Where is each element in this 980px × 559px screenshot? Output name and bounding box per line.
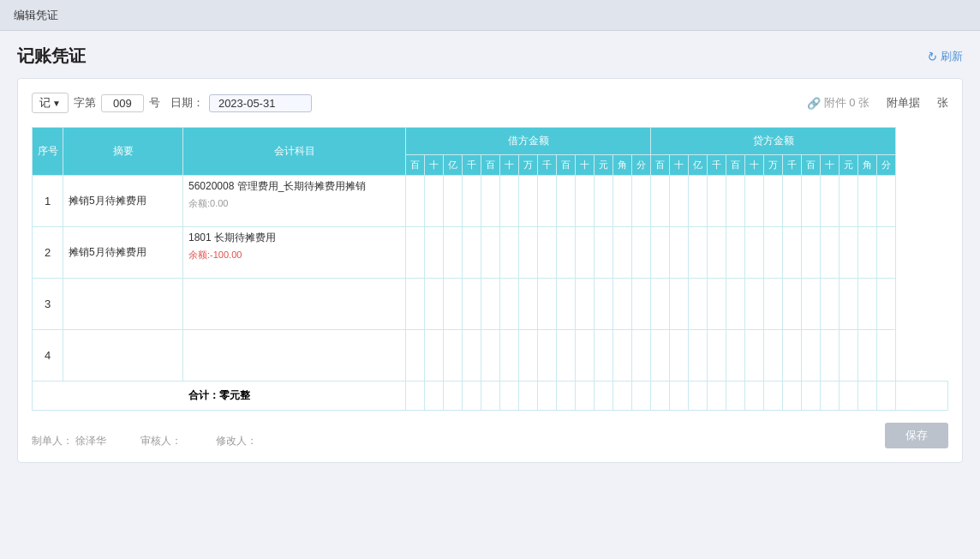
credit-cell-6[interactable]: [764, 176, 783, 227]
debit-cell-11[interactable]: [613, 176, 632, 227]
debit-cell-9[interactable]: [576, 176, 595, 227]
debit-cell-7[interactable]: [538, 227, 557, 279]
row-summary[interactable]: [63, 279, 183, 330]
credit-cell-0[interactable]: [651, 330, 670, 382]
debit-cell-7[interactable]: [538, 330, 557, 382]
debit-cell-3[interactable]: [463, 176, 481, 227]
debit-cell-10[interactable]: [595, 176, 613, 227]
credit-cell-4[interactable]: [726, 279, 745, 330]
credit-cell-2[interactable]: [689, 279, 708, 330]
debit-cell-9[interactable]: [576, 330, 595, 382]
debit-cell-12[interactable]: [632, 227, 651, 279]
debit-cell-6[interactable]: [519, 176, 538, 227]
debit-cell-12[interactable]: [632, 176, 651, 227]
row-account[interactable]: [183, 279, 406, 330]
attachment-link[interactable]: 🔗 附件 0 张: [807, 95, 869, 111]
credit-cell-10[interactable]: [840, 176, 858, 227]
credit-cell-0[interactable]: [651, 227, 670, 279]
debit-cell-5[interactable]: [500, 279, 519, 330]
single-record-button[interactable]: 附单据: [887, 95, 920, 111]
debit-cell-3[interactable]: [463, 227, 481, 279]
credit-cell-2[interactable]: [689, 330, 708, 382]
debit-cell-0[interactable]: [406, 279, 425, 330]
credit-cell-10[interactable]: [840, 279, 858, 330]
credit-cell-3[interactable]: [708, 330, 726, 382]
credit-cell-11[interactable]: [858, 176, 877, 227]
table-row[interactable]: 3: [33, 279, 948, 330]
credit-cell-6[interactable]: [764, 330, 783, 382]
credit-cell-8[interactable]: [802, 227, 821, 279]
credit-cell-2[interactable]: [689, 176, 708, 227]
debit-cell-5[interactable]: [500, 330, 519, 382]
credit-cell-8[interactable]: [802, 279, 821, 330]
debit-cell-10[interactable]: [595, 279, 613, 330]
credit-cell-8[interactable]: [802, 176, 821, 227]
debit-cell-11[interactable]: [613, 330, 632, 382]
debit-cell-12[interactable]: [632, 279, 651, 330]
credit-cell-12[interactable]: [877, 227, 896, 279]
credit-cell-9[interactable]: [821, 176, 840, 227]
credit-cell-9[interactable]: [821, 279, 840, 330]
credit-cell-4[interactable]: [726, 330, 745, 382]
credit-cell-11[interactable]: [858, 227, 877, 279]
credit-cell-9[interactable]: [821, 330, 840, 382]
credit-cell-12[interactable]: [877, 330, 896, 382]
debit-cell-4[interactable]: [481, 279, 500, 330]
debit-cell-8[interactable]: [557, 176, 576, 227]
debit-cell-8[interactable]: [557, 279, 576, 330]
debit-cell-7[interactable]: [538, 279, 557, 330]
row-account[interactable]: 1801 长期待摊费用余额:-100.00: [183, 227, 406, 279]
save-button[interactable]: 保存: [885, 423, 948, 448]
debit-cell-0[interactable]: [406, 330, 425, 382]
debit-cell-3[interactable]: [463, 279, 481, 330]
debit-cell-0[interactable]: [406, 227, 425, 279]
debit-cell-9[interactable]: [576, 227, 595, 279]
credit-cell-1[interactable]: [670, 330, 689, 382]
debit-cell-1[interactable]: [425, 279, 444, 330]
credit-cell-7[interactable]: [783, 279, 802, 330]
debit-cell-2[interactable]: [444, 330, 463, 382]
debit-cell-1[interactable]: [425, 227, 444, 279]
row-account[interactable]: 56020008 管理费用_长期待摊费用摊销余额:0.00: [183, 176, 406, 227]
zi-number-input[interactable]: [101, 94, 144, 112]
table-row[interactable]: 2摊销5月待摊费用1801 长期待摊费用余额:-100.00: [33, 227, 948, 279]
credit-cell-7[interactable]: [783, 227, 802, 279]
table-row[interactable]: 1摊销5月待摊费用56020008 管理费用_长期待摊费用摊销余额:0.00: [33, 176, 948, 227]
row-account[interactable]: [183, 330, 406, 382]
debit-cell-3[interactable]: [463, 330, 481, 382]
credit-cell-0[interactable]: [651, 176, 670, 227]
credit-cell-1[interactable]: [670, 279, 689, 330]
credit-cell-8[interactable]: [802, 330, 821, 382]
credit-cell-9[interactable]: [821, 227, 840, 279]
credit-cell-4[interactable]: [726, 176, 745, 227]
debit-cell-9[interactable]: [576, 279, 595, 330]
credit-cell-12[interactable]: [877, 176, 896, 227]
debit-cell-6[interactable]: [519, 330, 538, 382]
debit-cell-1[interactable]: [425, 176, 444, 227]
voucher-type-dropdown[interactable]: 记 ▼: [32, 93, 69, 113]
debit-cell-1[interactable]: [425, 330, 444, 382]
debit-cell-4[interactable]: [481, 330, 500, 382]
credit-cell-5[interactable]: [745, 176, 764, 227]
credit-cell-3[interactable]: [708, 227, 726, 279]
row-summary[interactable]: [63, 330, 183, 382]
debit-cell-6[interactable]: [519, 227, 538, 279]
credit-cell-1[interactable]: [670, 176, 689, 227]
debit-cell-10[interactable]: [595, 330, 613, 382]
debit-cell-8[interactable]: [557, 330, 576, 382]
debit-cell-2[interactable]: [444, 227, 463, 279]
debit-cell-4[interactable]: [481, 176, 500, 227]
credit-cell-2[interactable]: [689, 227, 708, 279]
debit-cell-10[interactable]: [595, 227, 613, 279]
credit-cell-3[interactable]: [708, 176, 726, 227]
debit-cell-5[interactable]: [500, 227, 519, 279]
credit-cell-10[interactable]: [840, 330, 858, 382]
debit-cell-11[interactable]: [613, 279, 632, 330]
credit-cell-5[interactable]: [745, 279, 764, 330]
credit-cell-11[interactable]: [858, 330, 877, 382]
debit-cell-11[interactable]: [613, 227, 632, 279]
debit-cell-2[interactable]: [444, 176, 463, 227]
debit-cell-5[interactable]: [500, 176, 519, 227]
credit-cell-3[interactable]: [708, 279, 726, 330]
credit-cell-5[interactable]: [745, 227, 764, 279]
